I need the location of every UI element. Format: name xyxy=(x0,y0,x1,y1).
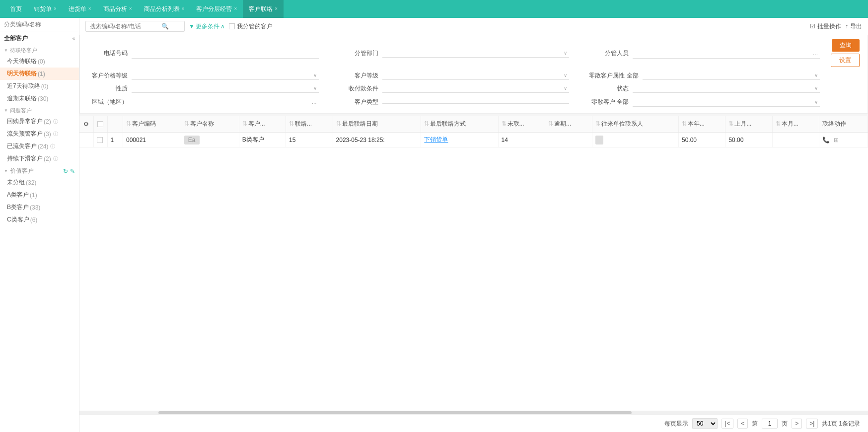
nav-customer-tier[interactable]: 客户分层经营 × xyxy=(190,0,243,18)
cell-last-date: 2023-05-23 18:25: xyxy=(333,133,421,147)
nav-purchase-order[interactable]: 进货单 × xyxy=(63,0,97,18)
region-more-icon[interactable]: ... xyxy=(312,98,317,105)
export-icon: ↑ xyxy=(845,23,848,30)
prev-page-btn[interactable]: < xyxy=(737,419,748,429)
search-input[interactable] xyxy=(90,23,159,30)
value-customer-edit[interactable]: ✎ xyxy=(70,168,75,175)
export-btn[interactable]: ↑ 导出 xyxy=(845,22,862,31)
sidebar-item-7days-contact[interactable]: 近7天待联络(0) xyxy=(0,80,79,92)
close-customer-contact-icon[interactable]: × xyxy=(275,0,278,18)
manager-more-icon[interactable]: ... xyxy=(813,50,818,57)
next-page-btn[interactable]: > xyxy=(792,419,802,429)
th-action: 联络动作 xyxy=(819,116,868,133)
nav-sales-order[interactable]: 销货单 × xyxy=(28,0,63,18)
row-checkbox[interactable] xyxy=(97,137,103,143)
filter-select-scatter-customer[interactable]: ∨ xyxy=(633,98,820,107)
last-page-btn[interactable]: >| xyxy=(806,419,818,429)
cell-this-month xyxy=(772,133,819,147)
th-contact[interactable]: ⇅联络... xyxy=(286,116,333,133)
filter-select-payment[interactable]: ∨ xyxy=(382,84,570,93)
select-all-checkbox[interactable] xyxy=(97,121,103,127)
sidebar-item-overdue-contact[interactable]: 逾期未联络(30) xyxy=(0,92,79,105)
sidebar-item-class-a[interactable]: A类客户(1) xyxy=(0,189,79,201)
page-number-input[interactable] xyxy=(762,419,778,429)
filter-select-status[interactable]: ∨ xyxy=(633,84,820,93)
th-code[interactable]: ⇅客户编码 xyxy=(123,116,181,133)
last-contact-way-link[interactable]: 下销货单 xyxy=(424,136,448,143)
filter-select-price-level[interactable]: ∨ xyxy=(132,71,319,80)
collapse-icon[interactable]: « xyxy=(72,36,75,41)
cell-check xyxy=(93,133,107,147)
filter-select-nature[interactable]: ∨ xyxy=(132,84,319,93)
horizontal-scrollbar[interactable] xyxy=(79,411,868,415)
sidebar-item-class-c[interactable]: C类客户(6) xyxy=(0,214,79,226)
filter-field-customer-type: 客户类型 xyxy=(339,98,570,106)
close-purchase-order-icon[interactable]: × xyxy=(88,0,91,18)
th-last-way[interactable]: ⇅最后联络方式 xyxy=(421,116,498,133)
close-product-analysis-list-icon[interactable]: × xyxy=(182,0,185,18)
phone-action-icon[interactable]: 📞 xyxy=(822,137,830,144)
query-btn[interactable]: 查询 xyxy=(832,39,860,52)
filter-field-scatter-attr: 零散客户属性 全部 ∨ xyxy=(589,71,820,80)
nav-customer-contact[interactable]: 客户联络 × xyxy=(243,0,284,18)
close-product-analysis-icon[interactable]: × xyxy=(129,0,132,18)
sidebar-item-tomorrow-contact[interactable]: 明天待联络(1) xyxy=(0,68,79,80)
filter-actions: 查询 设置 xyxy=(820,39,860,67)
value-customer-refresh[interactable]: ↻ xyxy=(63,168,68,175)
all-customers-header[interactable]: 全部客户 « xyxy=(0,31,79,45)
nav-product-analysis[interactable]: 商品分析 × xyxy=(97,0,138,18)
th-overdue[interactable]: ⇅逾期... xyxy=(545,116,592,133)
cell-index: 1 xyxy=(107,133,123,147)
set-btn[interactable]: 设置 xyxy=(831,54,860,67)
info-icon-churn: ⓘ xyxy=(53,131,58,138)
th-this-year[interactable]: ⇅本年... xyxy=(678,116,725,133)
filter-select-customer-type[interactable] xyxy=(382,100,570,104)
nav-product-analysis-list[interactable]: 商品分析列表 × xyxy=(138,0,191,18)
th-uncontacted[interactable]: ⇅未联... xyxy=(498,116,545,133)
th-this-month[interactable]: ⇅本月... xyxy=(772,116,819,133)
th-last-date[interactable]: ⇅最后联络日期 xyxy=(333,116,421,133)
sidebar-search-input[interactable] xyxy=(4,21,78,28)
customer-level-arrow-icon: ∨ xyxy=(564,72,567,78)
my-customers-checkbox-area[interactable]: 我分管的客户 xyxy=(229,22,273,31)
nav-home[interactable]: 首页 xyxy=(4,0,28,18)
per-page-select[interactable]: 50 100 200 xyxy=(692,418,718,429)
more-filters-btn[interactable]: ▼ 更多条件 ∧ xyxy=(189,22,225,31)
th-name[interactable]: ⇅客户名称 xyxy=(181,116,239,133)
sidebar-item-ungrouped[interactable]: 未分组(32) xyxy=(0,176,79,189)
th-last-month[interactable]: ⇅上月... xyxy=(725,116,772,133)
close-sales-order-icon[interactable]: × xyxy=(54,0,57,18)
grid-action-icon[interactable]: ⊞ xyxy=(834,137,839,144)
th-unit-contact[interactable]: ⇅往来单位联系人 xyxy=(592,116,678,133)
first-page-btn[interactable]: |< xyxy=(722,419,733,429)
sidebar-item-repurchase-anomaly[interactable]: 回购异常客户(2) ⓘ xyxy=(0,115,79,128)
sidebar-item-today-contact[interactable]: 今天待联络(0) xyxy=(0,55,79,68)
th-type[interactable]: ⇅客户... xyxy=(239,116,286,133)
filter-field-phone: 电话号码 xyxy=(88,48,319,59)
filter-label-customer-type: 客户类型 xyxy=(339,98,378,106)
sidebar-item-class-b[interactable]: B类客户(33) xyxy=(0,201,79,214)
scrollbar-thumb[interactable] xyxy=(158,411,632,414)
sidebar-item-declining[interactable]: 持续下滑客户(2) ⓘ xyxy=(0,152,79,165)
sidebar-item-churned[interactable]: 已流失客户(24) ⓘ xyxy=(0,140,79,152)
filter-field-nature: 性质 ∨ xyxy=(88,84,319,93)
filter-row-2: 客户价格等级 ∨ 客户等级 ∨ 零散客户属性 全部 xyxy=(88,71,860,80)
filter-input-phone[interactable] xyxy=(132,48,319,59)
chevron-up-icon: ∧ xyxy=(220,23,225,30)
sidebar-item-churn-warning[interactable]: 流失预警客户(3) ⓘ xyxy=(0,128,79,140)
filter-label-payment: 收付款条件 xyxy=(339,84,378,93)
my-customers-checkbox[interactable] xyxy=(229,23,235,29)
filter-select-scatter-attr[interactable]: ∨ xyxy=(643,71,820,80)
cell-this-year: 50.00 xyxy=(678,133,725,147)
batch-op-btn[interactable]: ☑ 批量操作 xyxy=(810,22,841,31)
th-gear[interactable]: ⚙ xyxy=(79,116,93,133)
close-customer-tier-icon[interactable]: × xyxy=(234,0,237,18)
filter-select-customer-level[interactable]: ∨ xyxy=(382,71,570,80)
filter-field-status: 状态 ∨ xyxy=(589,84,820,93)
sort-unit-contact-icon: ⇅ xyxy=(595,120,600,127)
cell-gear xyxy=(79,133,93,147)
cell-uncontacted: 14 xyxy=(498,133,545,147)
filter-select-dept[interactable]: ∨ xyxy=(382,49,570,58)
gear-icon[interactable]: ⚙ xyxy=(83,121,89,128)
search-icon[interactable]: 🔍 xyxy=(161,23,169,30)
